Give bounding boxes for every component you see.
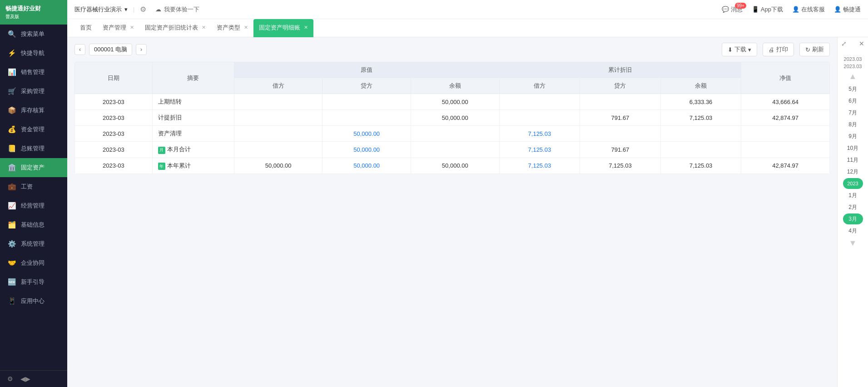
- sidebar-item-ledger[interactable]: 📒 总账管理: [0, 139, 67, 158]
- td-lj-debit: 7,125.03: [499, 126, 580, 142]
- app-download-btn[interactable]: 📱 App下载: [752, 5, 783, 14]
- timeline-month-8[interactable]: 8月: [843, 119, 863, 130]
- th-yc-credit: 贷方: [322, 78, 411, 94]
- sidebar-item-inventory[interactable]: 📦 库存核算: [0, 101, 67, 120]
- td-net: 42,874.97: [741, 158, 830, 174]
- timeline-month-9[interactable]: 9月: [843, 131, 863, 142]
- memo-icon: 月: [158, 147, 165, 154]
- tab-asset-type[interactable]: 资产类型 ✕: [211, 19, 253, 37]
- sidebar-settings-icon[interactable]: ⚙: [7, 375, 13, 382]
- tab-home[interactable]: 首页: [74, 19, 97, 37]
- timeline-arrow-down[interactable]: ▼: [847, 237, 859, 250]
- th-leijijiezhu: 累计折旧: [499, 62, 741, 78]
- tab-home-label: 首页: [80, 24, 92, 32]
- refresh-icon: ↻: [805, 46, 810, 53]
- experience-btn[interactable]: ☁ 我要体验一下: [155, 5, 199, 14]
- timeline-year-top-2: 2023.03: [842, 63, 864, 70]
- refresh-btn[interactable]: ↻ 刷新: [799, 43, 830, 56]
- prev-asset-btn[interactable]: ‹: [74, 44, 85, 55]
- timeline-month-7[interactable]: 7月: [843, 107, 863, 118]
- sidebar-icon-fixed: 🏛️: [7, 164, 16, 172]
- msg-btn[interactable]: 💬 消息 99+: [722, 5, 743, 14]
- timeline-month-2[interactable]: 2月: [843, 202, 863, 213]
- td-yc-debit: [234, 110, 322, 126]
- sidebar-item-business[interactable]: 📈 经营管理: [0, 196, 67, 215]
- td-memo: 资产清理: [152, 126, 234, 142]
- td-date: 2023-03: [75, 94, 153, 110]
- service-btn[interactable]: 👤 在线客服: [792, 5, 825, 14]
- th-net: 净值: [741, 62, 830, 94]
- sidebar-label-basic: 基础信息: [21, 221, 45, 229]
- td-net: 42,874.97: [741, 110, 830, 126]
- user-btn[interactable]: 👤 畅捷通: [834, 5, 861, 14]
- tab-depreciation-close[interactable]: ✕: [202, 25, 206, 30]
- sidebar-item-sales[interactable]: 📊 销售管理: [0, 63, 67, 82]
- td-net: [741, 126, 830, 142]
- sidebar-item-basic[interactable]: 🗂️ 基础信息: [0, 215, 67, 234]
- sidebar-label-search: 搜索菜单: [21, 30, 45, 38]
- download-btn[interactable]: ⬇ 下载 ▾: [722, 43, 757, 56]
- tab-asset-detail-close[interactable]: ✕: [304, 25, 308, 30]
- tab-asset-detail[interactable]: 固定资产明细账 ✕: [253, 19, 313, 37]
- sidebar-item-fixed[interactable]: 🏛️ 固定资产: [0, 158, 67, 177]
- td-yc-credit: 50,000.00: [322, 126, 411, 142]
- sidebar-item-search[interactable]: 🔍 搜索菜单: [0, 25, 67, 44]
- tab-asset-mgmt[interactable]: 资产管理 ✕: [97, 19, 139, 37]
- sidebar-item-fund[interactable]: 💰 资金管理: [0, 120, 67, 139]
- download-icon: ⬇: [728, 46, 733, 53]
- th-lj-credit: 贷方: [580, 78, 661, 94]
- logo-sub: 普及版: [5, 14, 41, 20]
- sidebar-item-guide[interactable]: 🆕 新手引导: [0, 273, 67, 292]
- sidebar-item-payroll[interactable]: 💼 工资: [0, 177, 67, 196]
- td-lj-credit: 7,125.03: [580, 158, 661, 174]
- timeline-month-12[interactable]: 12月: [843, 166, 863, 177]
- timeline-month-1[interactable]: 1月: [843, 190, 863, 201]
- sidebar-label-purchase: 采购管理: [21, 87, 45, 95]
- sidebar-item-collab[interactable]: 🤝 企业协同: [0, 253, 67, 273]
- topbar: 医疗器械行业演示 ▾ | ⚙ ☁ 我要体验一下 💬 消息 99+ 📱 App下载…: [67, 0, 868, 19]
- asset-detail-table: 日期 摘要 原值 累计折旧 净值 借方 贷方 余额 借方 贷方 余额: [74, 62, 830, 174]
- tab-depreciation[interactable]: 固定资产折旧统计表 ✕: [139, 19, 211, 37]
- timeline-month-4[interactable]: 4月: [843, 225, 863, 236]
- timeline-expand-btn[interactable]: ⤢: [841, 40, 847, 47]
- td-yc-debit: [234, 142, 322, 158]
- tab-asset-type-close[interactable]: ✕: [244, 25, 248, 30]
- next-asset-btn[interactable]: ›: [136, 44, 147, 55]
- print-btn[interactable]: 🖨 打印: [763, 43, 794, 56]
- sidebar-item-quick[interactable]: ⚡ 快捷导航: [0, 44, 67, 63]
- sidebar-icon-purchase: 🛒: [7, 87, 16, 95]
- td-yc-balance: 50,000.00: [411, 158, 499, 174]
- timeline-month-10[interactable]: 10月: [843, 143, 863, 154]
- timeline-year-badge[interactable]: 2023: [843, 178, 863, 189]
- toolbar-row: ‹ 000001 电脑 › ⬇ 下载 ▾ 🖨 打印: [74, 43, 830, 56]
- th-lj-debit: 借方: [499, 78, 580, 94]
- sidebar: 畅捷通好业财 普及版 🔍 搜索菜单 ⚡ 快捷导航 📊 销售管理 🛒 采购管理 📦…: [0, 0, 67, 387]
- timeline-month-11[interactable]: 11月: [843, 154, 863, 165]
- sidebar-label-system: 系统管理: [21, 240, 45, 248]
- sidebar-item-system[interactable]: ⚙️ 系统管理: [0, 234, 67, 253]
- tab-asset-mgmt-close[interactable]: ✕: [130, 25, 134, 30]
- th-yc-balance: 余额: [411, 78, 499, 94]
- th-lj-balance: 余额: [660, 78, 741, 94]
- sidebar-item-purchase[interactable]: 🛒 采购管理: [0, 82, 67, 101]
- td-memo: 计提折旧: [152, 110, 234, 126]
- td-lj-balance: 7,125.03: [660, 110, 741, 126]
- td-date: 2023-03: [75, 110, 153, 126]
- td-date: 2023-03: [75, 158, 153, 174]
- sidebar-item-apps[interactable]: 📱 应用中心: [0, 292, 67, 311]
- timeline-close-btn[interactable]: ✕: [859, 40, 864, 47]
- timeline-month-5[interactable]: 5月: [843, 84, 863, 94]
- timeline-arrow-up[interactable]: ▲: [847, 70, 859, 83]
- td-lj-debit: [499, 94, 580, 110]
- table-row: 2023-03 资产清理 50,000.00 7,125.03: [75, 126, 830, 142]
- td-yc-balance: [411, 126, 499, 142]
- timeline-month-6[interactable]: 6月: [843, 95, 863, 106]
- company-name: 医疗器械行业演示: [74, 5, 122, 14]
- table-row: 2023-03 月本月合计 50,000.00 7,125.03 791.67: [75, 142, 830, 158]
- sidebar-nav: 🔍 搜索菜单 ⚡ 快捷导航 📊 销售管理 🛒 采购管理 📦 库存核算 💰 资金管…: [0, 25, 67, 370]
- sidebar-collapse-icon[interactable]: ◀▶: [20, 375, 30, 382]
- timeline-month-3[interactable]: 3月: [843, 213, 863, 224]
- memo-icon: 年: [158, 163, 165, 170]
- topbar-setting-icon[interactable]: ⚙: [140, 5, 146, 14]
- company-selector[interactable]: 医疗器械行业演示 ▾: [74, 5, 128, 14]
